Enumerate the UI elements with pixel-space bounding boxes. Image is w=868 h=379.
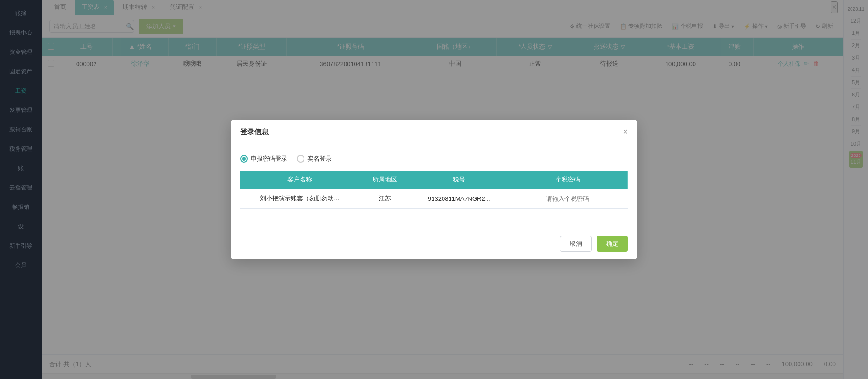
col-region: 所属地区 (359, 171, 410, 189)
col-tax-no: 税号 (410, 171, 508, 189)
client-taxno-cell: 91320811MA7NGR2... (410, 189, 508, 209)
dialog-close-button[interactable]: × (623, 127, 628, 137)
col-tax-password: 个税密码 (508, 171, 627, 189)
login-method-group: 申报密码登录 实名登录 (240, 155, 628, 163)
client-table: 客户名称 所属地区 税号 个税密码 刘小艳演示账套（勿删勿动... 江苏 913… (240, 171, 628, 209)
radio-realname-dot (297, 155, 304, 163)
dialog-title: 登录信息 (240, 128, 269, 137)
cancel-button[interactable]: 取消 (560, 236, 592, 252)
client-region-cell: 江苏 (359, 189, 410, 209)
client-name-cell: 刘小艳演示账套（勿删勿动... (240, 189, 359, 209)
radio-password-dot (240, 155, 248, 163)
radio-password-login[interactable]: 申报密码登录 (240, 155, 287, 163)
client-row: 刘小艳演示账套（勿删勿动... 江苏 91320811MA7NGR2... (240, 189, 628, 209)
radio-realname-login[interactable]: 实名登录 (297, 155, 332, 163)
confirm-button[interactable]: 确定 (597, 236, 628, 252)
client-password-cell (508, 189, 627, 209)
dialog-overlay: 登录信息 × 申报密码登录 实名登录 客户名称 所属地区 (0, 0, 868, 379)
dialog-header: 登录信息 × (231, 120, 637, 145)
col-client-name: 客户名称 (240, 171, 359, 189)
login-dialog: 登录信息 × 申报密码登录 实名登录 客户名称 所属地区 (231, 120, 637, 259)
dialog-footer: 取消 确定 (231, 228, 637, 259)
tax-password-input[interactable] (515, 195, 620, 202)
dialog-body: 申报密码登录 实名登录 客户名称 所属地区 税号 个税密码 (231, 145, 637, 218)
